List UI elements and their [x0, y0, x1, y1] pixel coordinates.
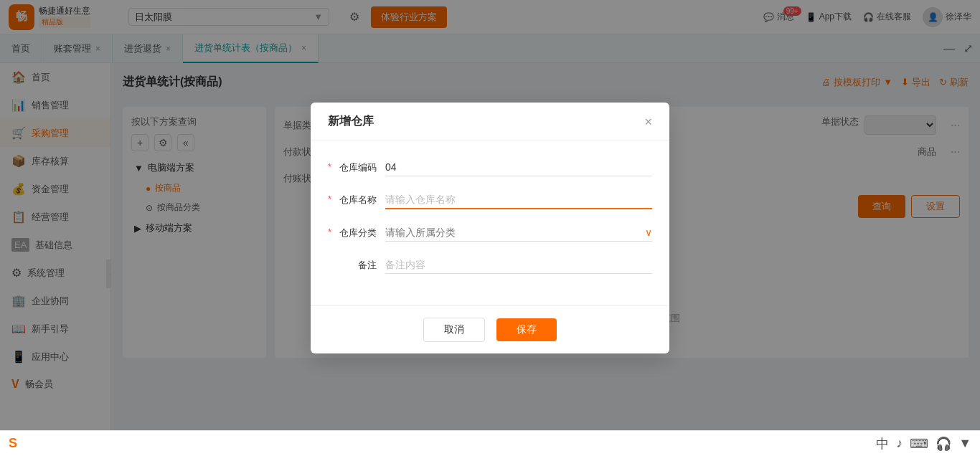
warehouse-code-input[interactable]	[385, 158, 652, 176]
warehouse-name-input[interactable]	[385, 191, 652, 209]
modal-overlay[interactable]: 新增仓库 × 仓库编码 仓库名称 仓库分类	[0, 0, 980, 456]
warehouse-category-control: ∨	[385, 224, 652, 242]
warehouse-category-select-wrap: ∨	[385, 224, 652, 242]
warehouse-name-label: 仓库名称	[328, 194, 385, 206]
warehouse-category-label: 仓库分类	[328, 227, 385, 239]
bottom-arrow-icon[interactable]: ▼	[958, 436, 971, 451]
save-btn[interactable]: 保存	[496, 318, 557, 341]
modal-body: 仓库编码 仓库名称 仓库分类 ∨	[311, 141, 669, 305]
bottom-sound-icon[interactable]: ♪	[896, 436, 903, 451]
category-dropdown-icon[interactable]: ∨	[645, 227, 652, 238]
bottom-keyboard-icon[interactable]: ⌨	[910, 436, 928, 452]
bottom-headphone-icon[interactable]: 🎧	[936, 436, 951, 452]
warehouse-category-input[interactable]	[385, 227, 645, 238]
modal-header: 新增仓库 ×	[311, 103, 669, 141]
bottom-logo: S	[9, 436, 17, 451]
warehouse-note-row: 备注	[328, 256, 652, 274]
warehouse-category-row: 仓库分类 ∨	[328, 224, 652, 242]
modal-title: 新增仓库	[328, 114, 374, 129]
bottom-lang-icon[interactable]: 中	[876, 435, 889, 452]
modal-close-btn[interactable]: ×	[644, 115, 652, 128]
modal-footer: 取消 保存	[311, 305, 669, 353]
warehouse-note-input[interactable]	[385, 256, 652, 274]
warehouse-name-row: 仓库名称	[328, 191, 652, 209]
warehouse-note-label: 备注	[328, 259, 385, 272]
warehouse-code-row: 仓库编码	[328, 158, 652, 176]
warehouse-code-control	[385, 158, 652, 176]
cancel-btn[interactable]: 取消	[423, 318, 485, 342]
warehouse-note-control	[385, 256, 652, 274]
warehouse-name-control	[385, 191, 652, 209]
warehouse-code-label: 仓库编码	[328, 161, 385, 174]
warehouse-modal: 新增仓库 × 仓库编码 仓库名称 仓库分类	[311, 103, 669, 353]
bottom-icons: 中 ♪ ⌨ 🎧 ▼	[876, 435, 971, 452]
bottom-bar: S 中 ♪ ⌨ 🎧 ▼	[0, 430, 980, 456]
